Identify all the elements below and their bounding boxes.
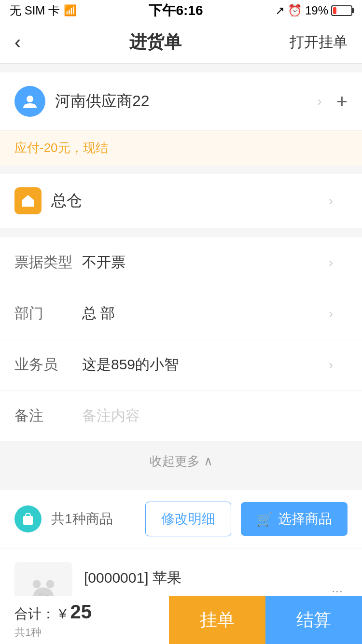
notice-bar: 应付-20元，现结	[0, 131, 362, 165]
section-divider-2	[0, 165, 362, 174]
alarm-icon: ⏰	[288, 4, 302, 17]
section-divider-3	[0, 228, 362, 237]
product-count: 共1种商品	[51, 510, 136, 528]
supplier-avatar	[14, 86, 45, 117]
select-product-label: 选择商品	[278, 510, 332, 528]
bottom-bar: 合计： ¥ 25 共1种 挂单 结算	[0, 596, 362, 644]
checkout-button[interactable]: 结算	[265, 596, 362, 644]
svg-point-4	[46, 580, 55, 588]
hang-button[interactable]: 挂单	[169, 596, 265, 644]
status-left: 无 SIM 卡 📶	[10, 3, 77, 18]
total-main: 合计： ¥ 25	[14, 601, 154, 623]
supplier-section: 河南供应商22 › + 应付-20元，现结	[0, 72, 362, 165]
svg-point-3	[33, 580, 41, 588]
status-bar: 无 SIM 卡 📶 下午6:16 ↗ ⏰ 19%	[0, 0, 362, 21]
select-product-icon: 🛒	[256, 511, 273, 527]
total-amount: 25	[70, 601, 92, 623]
total-sub: 共1种	[14, 625, 154, 640]
product-bag-icon	[14, 505, 42, 532]
invoice-type-arrow: ›	[329, 255, 333, 270]
wifi-icon: 📶	[64, 4, 77, 17]
salesperson-value: 这是859的小智	[82, 355, 329, 375]
product-name: 苹果	[153, 570, 181, 586]
remarks-label: 备注	[14, 406, 82, 426]
carrier-label: 无 SIM 卡	[10, 3, 60, 18]
warehouse-section: 总仓 ›	[0, 174, 362, 228]
remarks-row[interactable]: 备注 备注内容	[0, 390, 362, 441]
supplier-name: 河南供应商22	[55, 91, 317, 112]
department-arrow: ›	[329, 306, 333, 322]
battery-fill	[333, 7, 336, 14]
total-label: 合计：	[14, 605, 55, 623]
invoice-type-value: 不开票	[82, 252, 329, 272]
page-title: 进货单	[129, 30, 181, 54]
total-section: 合计： ¥ 25 共1种	[0, 596, 169, 644]
supplier-arrow-icon: ›	[317, 94, 321, 109]
collapse-icon: ∧	[204, 454, 213, 469]
supplier-row[interactable]: 河南供应商22 › +	[0, 72, 362, 131]
total-currency: ¥	[59, 606, 67, 622]
product-header: 共1种商品 修改明细 🛒 选择商品	[0, 490, 362, 548]
svg-rect-1	[26, 202, 30, 207]
svg-rect-2	[23, 516, 33, 525]
collapse-label: 收起更多	[150, 453, 200, 470]
section-divider-1	[0, 64, 362, 72]
warehouse-row[interactable]: 总仓 ›	[0, 174, 362, 228]
department-row[interactable]: 部门 总 部 ›	[0, 288, 362, 339]
salesperson-label: 业务员	[14, 355, 82, 375]
collapse-row[interactable]: 收起更多 ∧	[0, 441, 362, 481]
invoice-type-label: 票据类型	[14, 252, 82, 272]
form-section: 票据类型 不开票 › 部门 总 部 › 业务员 这是859的小智 › 备注 备注…	[0, 237, 362, 441]
notice-text: 应付-20元，现结	[14, 140, 108, 155]
select-product-button[interactable]: 🛒 选择商品	[241, 502, 348, 536]
nav-bar: ‹ 进货单 打开挂单	[0, 21, 362, 64]
svg-point-0	[27, 96, 33, 102]
add-supplier-button[interactable]: +	[336, 91, 348, 112]
battery-icon	[331, 5, 352, 16]
open-pending-button[interactable]: 打开挂单	[290, 32, 348, 52]
department-value: 总 部	[82, 304, 329, 323]
location-icon: ↗	[275, 4, 285, 17]
product-code: [0000001]	[84, 570, 148, 586]
department-label: 部门	[14, 304, 82, 323]
warehouse-icon	[14, 187, 42, 214]
salesperson-row[interactable]: 业务员 这是859的小智 ›	[0, 339, 362, 390]
remarks-input[interactable]: 备注内容	[82, 406, 348, 426]
warehouse-arrow-icon: ›	[329, 193, 333, 209]
edit-detail-button[interactable]: 修改明细	[145, 502, 231, 536]
warehouse-name: 总仓	[51, 190, 329, 211]
back-button[interactable]: ‹	[14, 31, 21, 53]
invoice-type-row[interactable]: 票据类型 不开票 ›	[0, 237, 362, 288]
status-right: ↗ ⏰ 19%	[275, 4, 352, 17]
status-time: 下午6:16	[149, 1, 203, 20]
product-title: [0000001] 苹果	[84, 568, 315, 588]
battery-label: 19%	[305, 4, 328, 17]
salesperson-arrow: ›	[329, 357, 333, 373]
